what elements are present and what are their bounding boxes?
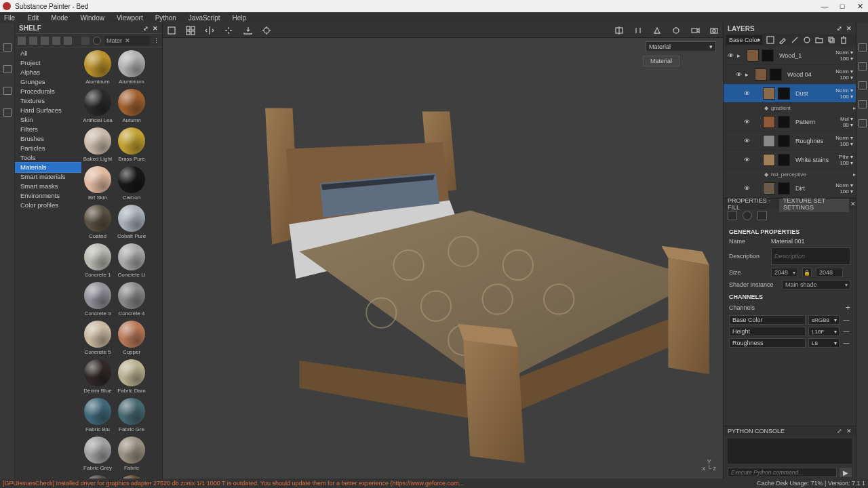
window-minimize[interactable]: —: [819, 2, 830, 11]
prop-desc-input[interactable]: Description: [771, 247, 850, 265]
folder-icon[interactable]: ▸: [737, 52, 744, 59]
layer-row[interactable]: 👁White stainsPthr ▾100 ▾: [724, 150, 856, 169]
vp-split-icon[interactable]: [205, 26, 214, 35]
shelf-cat-alphas[interactable]: Alphas: [15, 68, 81, 77]
add-mask-icon[interactable]: [803, 36, 811, 44]
tool-eraser-icon[interactable]: [3, 65, 12, 73]
menu-window[interactable]: Window: [80, 14, 104, 22]
shelf-search-more-icon[interactable]: ⋮: [153, 37, 159, 44]
shelf-thumb[interactable]: Fabric Gre: [117, 398, 146, 432]
tool-paint-icon[interactable]: [3, 43, 12, 52]
shelf-thumb[interactable]: Fabric Wor: [83, 475, 113, 479]
layer-visibility-icon[interactable]: 👁: [743, 90, 751, 97]
layer-effect-row[interactable]: ◆hsl_perceptive▸: [724, 169, 856, 179]
shelf-thumb[interactable]: Artificial Lea: [83, 89, 113, 123]
python-input[interactable]: Execute Python command...: [728, 468, 837, 477]
menu-help[interactable]: Help: [233, 14, 247, 22]
viewport-canvas[interactable]: Material▾ Material Y x └ z: [163, 38, 723, 479]
shelf-link-icon[interactable]: [52, 37, 60, 45]
layer-row[interactable]: 👁RoughnesNorm ▾100 ▾: [724, 131, 856, 150]
rstrip-icon-4[interactable]: [859, 100, 867, 108]
shelf-cat-project[interactable]: Project: [15, 58, 81, 68]
shelf-thumb[interactable]: Fabric Grey: [83, 436, 113, 471]
shelf-thumb[interactable]: Denim Blue: [83, 359, 113, 394]
tool-polyfill-icon[interactable]: [3, 108, 12, 117]
shelf-filter-icon[interactable]: [81, 37, 90, 45]
shelf-thumb[interactable]: Fabric Rough: [117, 436, 146, 471]
layer-row[interactable]: 👁▸Wood_1Norm ▾100 ▾: [724, 46, 856, 65]
channel-type-dropdown[interactable]: sRGB8: [808, 315, 840, 325]
prop-size-lock-icon[interactable]: 🔒: [802, 268, 812, 277]
shelf-thumb[interactable]: Concrete 3: [83, 282, 113, 317]
shelf-thumb[interactable]: Baked Light: [83, 127, 113, 162]
menu-mode[interactable]: Mode: [51, 14, 68, 22]
channel-type-dropdown[interactable]: L8: [808, 338, 840, 348]
shelf-thumb[interactable]: Concrete Li: [117, 243, 146, 278]
shelf-thumb[interactable]: Fabric Blu: [83, 398, 113, 432]
layer-visibility-icon[interactable]: 👁: [743, 185, 751, 192]
shelf-thumb[interactable]: Fabric d: [117, 475, 146, 479]
shelf-cat-hard-surfaces[interactable]: Hard Surfaces: [15, 106, 81, 115]
layer-visibility-icon[interactable]: 👁: [726, 52, 734, 59]
channel-name[interactable]: Roughness: [729, 338, 806, 348]
layer-mask-thumb[interactable]: [778, 182, 790, 195]
vp-rot-icon[interactable]: [671, 26, 681, 35]
layer-row[interactable]: 👁DirtNorm ▾100 ▾: [724, 179, 856, 198]
add-paint-layer-icon[interactable]: [778, 36, 787, 44]
layers-undock-icon[interactable]: ⤢: [837, 25, 842, 32]
channel-dropdown[interactable]: Base Color: [726, 35, 762, 45]
shelf-cat-filters[interactable]: Filters: [15, 125, 81, 134]
shelf-thumb[interactable]: Carbon Fiber: [117, 166, 146, 201]
shelf-close-icon[interactable]: ✕: [153, 25, 158, 32]
props-square-icon[interactable]: [757, 211, 767, 220]
tool-projection-icon[interactable]: [3, 87, 12, 95]
shelf-thumb[interactable]: Fabric Dam: [117, 359, 146, 394]
vp-bake-icon[interactable]: [262, 26, 271, 35]
layer-mask-thumb[interactable]: [778, 116, 790, 128]
layer-mask-thumb[interactable]: [778, 87, 790, 100]
shelf-thumb[interactable]: Coated Metal: [83, 205, 113, 239]
layer-visibility-icon[interactable]: 👁: [743, 138, 751, 144]
add-folder-icon[interactable]: [815, 36, 823, 44]
layer-blend[interactable]: Norm ▾100 ▾: [833, 182, 853, 195]
vp-grid-icon[interactable]: [186, 26, 195, 35]
dup-layer-icon[interactable]: [827, 36, 835, 44]
layer-visibility-icon[interactable]: 👁: [743, 157, 751, 163]
layer-visibility-icon[interactable]: 👁: [743, 119, 751, 125]
props-view-icon[interactable]: [728, 211, 737, 220]
layers-close-icon[interactable]: ✕: [846, 25, 852, 32]
layer-row[interactable]: 👁DustNorm ▾100 ▾: [724, 84, 856, 103]
python-run-icon[interactable]: ▶: [840, 468, 852, 477]
vp-import-icon[interactable]: [243, 26, 252, 35]
shelf-thumb[interactable]: Copper Base: [117, 321, 146, 355]
layer-mask-thumb[interactable]: [778, 135, 790, 147]
shelf-cat-smart-materials[interactable]: Smart materials: [15, 172, 81, 182]
shelf-cat-brushes[interactable]: Brushes: [15, 134, 81, 144]
shelf-thumb[interactable]: Aluminium: [117, 50, 146, 85]
channel-remove-icon[interactable]: —: [842, 328, 850, 335]
shelf-cat-environments[interactable]: Environments: [15, 191, 81, 201]
py-undock-icon[interactable]: ⤢: [837, 428, 842, 434]
layer-mask-thumb[interactable]: [770, 68, 782, 81]
shelf-round-icon[interactable]: [93, 37, 101, 45]
shelf-cat-skin[interactable]: Skin: [15, 115, 81, 125]
layer-visibility-icon[interactable]: 👁: [734, 71, 743, 78]
shelf-view-icon[interactable]: [29, 37, 37, 45]
menu-python[interactable]: Python: [155, 14, 176, 22]
shelf-sort-icon[interactable]: [41, 37, 49, 45]
channel-name[interactable]: Base Color: [729, 315, 806, 325]
channel-remove-icon[interactable]: —: [842, 340, 850, 346]
delete-layer-icon[interactable]: [840, 36, 848, 44]
shelf-thumb[interactable]: Concrete 4: [117, 282, 146, 317]
py-close-icon[interactable]: ✕: [846, 428, 852, 434]
shelf-import-icon[interactable]: [64, 37, 72, 45]
shelf-search-clear-icon[interactable]: ✕: [125, 37, 130, 44]
shelf-cat-grunges[interactable]: Grunges: [15, 77, 81, 87]
shelf-home-icon[interactable]: [18, 37, 26, 45]
vp-center-icon[interactable]: [224, 26, 233, 35]
shelf-cat-all[interactable]: All: [15, 49, 81, 58]
vp-symmetry-icon[interactable]: [614, 26, 624, 35]
layer-effect-row[interactable]: ◆gradient▸: [724, 103, 856, 113]
layer-row[interactable]: 👁▸Wood 04Norm ▾100 ▾: [724, 65, 856, 84]
shelf-thumb[interactable]: Concrete 1: [83, 243, 113, 278]
